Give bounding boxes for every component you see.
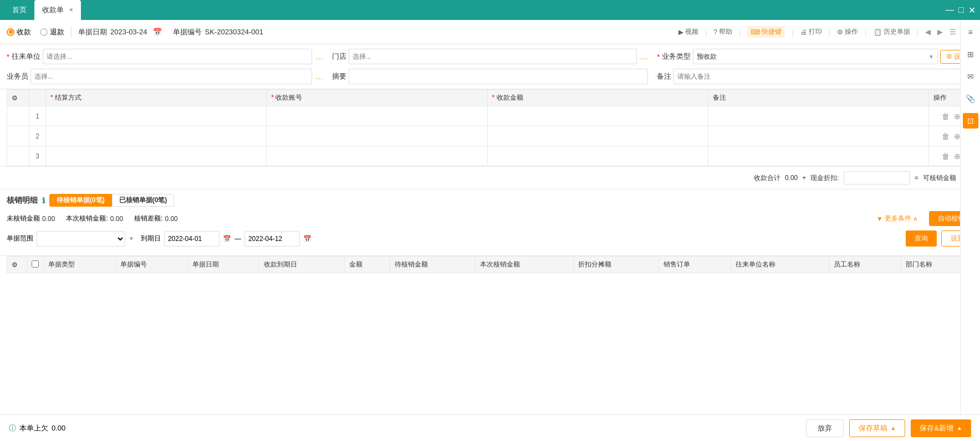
close-icon[interactable]: ✕	[968, 5, 976, 16]
calendar-end-icon[interactable]: 📅	[303, 235, 312, 243]
row1-account[interactable]	[267, 106, 487, 126]
tab-home[interactable]: 首页	[4, 0, 34, 20]
sidebar-icon-4[interactable]: 📎	[963, 91, 978, 106]
counterparty-input[interactable]	[43, 49, 312, 64]
tab-receipt[interactable]: 收款单 ×	[34, 0, 81, 20]
row1-settlement-input[interactable]	[46, 106, 266, 126]
row3-remark[interactable]	[708, 146, 928, 166]
more-conditions[interactable]: ▼ 更多条件 ∧	[876, 214, 918, 223]
row2-copy-icon[interactable]: ⊕	[954, 132, 961, 141]
shortcut-link[interactable]: ⌨ 快捷键	[747, 26, 785, 38]
col-account: * 收款账号	[267, 90, 487, 106]
row2-account[interactable]	[267, 126, 487, 146]
row2-amount-input[interactable]	[488, 126, 708, 146]
row3-delete-icon[interactable]: 🗑	[942, 152, 950, 161]
video-link[interactable]: ▶ 视频	[678, 27, 698, 37]
store-input[interactable]	[349, 49, 637, 64]
row3-amount[interactable]	[487, 146, 708, 166]
sidebar-icon-5[interactable]: ⊡	[963, 113, 978, 129]
total-label: 收款合计	[754, 173, 780, 183]
bottom-col-number: 单据编号	[115, 257, 187, 273]
store-more[interactable]: …	[640, 52, 648, 61]
save-new-button[interactable]: 保存&新增 ▲	[911, 419, 971, 437]
range-select[interactable]	[37, 231, 125, 247]
row3-remark-input[interactable]	[708, 146, 928, 166]
calendar-icon[interactable]: 📅	[153, 28, 162, 36]
view-list-icon[interactable]: ☰	[950, 28, 956, 36]
print-link[interactable]: 🖨 打印	[800, 27, 822, 37]
operation-link[interactable]: ⚙ 操作	[837, 27, 858, 37]
sidebar-icon-1[interactable]: ≡	[963, 24, 978, 40]
tab-pending[interactable]: 待核销单据(0笔)	[49, 194, 112, 207]
tab-close-icon[interactable]: ×	[69, 6, 73, 14]
maximize-icon[interactable]: □	[958, 5, 964, 16]
save-draft-chevron[interactable]: ▲	[891, 425, 896, 431]
help-link[interactable]: ? 帮助	[713, 27, 732, 37]
row2-amount[interactable]	[487, 126, 708, 146]
radio-refund-label: 退款	[50, 27, 64, 37]
info-icon[interactable]: ℹ	[42, 196, 45, 205]
row1-copy-icon[interactable]: ⊕	[954, 112, 961, 121]
row3-settlement-input[interactable]	[46, 146, 266, 166]
row1-delete-icon[interactable]: 🗑	[942, 112, 950, 121]
nav-next[interactable]: ▶	[937, 28, 943, 36]
select-all-checkbox[interactable]	[32, 260, 39, 268]
form-row-1: * 往来单位 … 门店 … * 业务类型 预收款 ▼ ⚙	[7, 49, 973, 64]
nav-prev[interactable]: ◀	[925, 28, 931, 36]
row2-settlement[interactable]	[46, 126, 267, 146]
sidebar-icon-2[interactable]: ⊞	[963, 47, 978, 62]
row1-amount-input[interactable]	[488, 106, 708, 126]
due-date-start-input[interactable]	[164, 231, 220, 247]
footer-label: 本单上欠	[19, 423, 48, 433]
save-draft-button[interactable]: 保存草稿 ▲	[849, 419, 906, 437]
row2-remark[interactable]	[708, 126, 928, 146]
footer-info-icon: ⓘ	[9, 423, 16, 433]
total-value: 0.00	[785, 174, 798, 182]
bottom-col-partner: 往来单位名称	[731, 257, 829, 273]
table-row: 3 🗑 ⊕	[7, 146, 973, 166]
business-type-select[interactable]: 预收款 ▼	[693, 49, 938, 64]
radio-receipt[interactable]: 收款	[7, 27, 31, 37]
date-label: 单据日期	[78, 27, 107, 37]
main-content: 收款 退款 单据日期 2023-03-24 📅 单据编号 SK-20230324…	[0, 20, 980, 441]
row2-settlement-input[interactable]	[46, 126, 266, 146]
row1-settlement[interactable]	[46, 106, 267, 126]
discount-input[interactable]	[844, 171, 910, 184]
row2-remark-input[interactable]	[708, 126, 928, 146]
salesman-more[interactable]: …	[315, 72, 323, 81]
radio-refund[interactable]: 退款	[40, 27, 64, 37]
abstract-label: 摘要	[332, 71, 346, 81]
row-num-1: 1	[29, 106, 46, 126]
due-date-field: 到期日 📅 — 📅	[141, 231, 312, 247]
history-link[interactable]: 📋 历史单据	[874, 27, 910, 37]
row1-remark[interactable]	[708, 106, 928, 126]
minimize-icon[interactable]: —	[945, 5, 954, 16]
calendar-start-icon[interactable]: 📅	[223, 235, 231, 243]
row3-settlement[interactable]	[46, 146, 267, 166]
row1-remark-input[interactable]	[708, 106, 928, 126]
save-new-chevron[interactable]: ▲	[957, 425, 962, 431]
tab-completed[interactable]: 已核销单据(0笔)	[112, 194, 175, 207]
abstract-input[interactable]	[349, 69, 649, 84]
query-button[interactable]: 查询	[906, 230, 937, 247]
row2-delete-icon[interactable]: 🗑	[942, 132, 950, 141]
bottom-table-settings-icon[interactable]: ⚙	[12, 261, 18, 269]
row1-amount[interactable]	[487, 106, 708, 126]
row3-amount-input[interactable]	[488, 146, 708, 166]
store-field: 门店 …	[332, 49, 649, 64]
salesman-input[interactable]	[30, 69, 312, 84]
abandon-button[interactable]: 放弃	[806, 419, 844, 437]
counterparty-more[interactable]: …	[315, 52, 323, 61]
remark-input[interactable]	[673, 69, 973, 84]
business-type-field: * 业务类型 预收款 ▼ ⚙ 设置	[657, 49, 973, 64]
row3-account-input[interactable]	[267, 146, 487, 166]
remark-field: 备注	[657, 69, 973, 84]
row2-account-input[interactable]	[267, 126, 487, 146]
row1-account-input[interactable]	[267, 106, 487, 126]
row3-account[interactable]	[267, 146, 487, 166]
table-settings-icon[interactable]: ⚙	[12, 94, 18, 102]
bottom-col-employee: 员工名称	[829, 257, 901, 273]
sidebar-icon-3[interactable]: ✉	[963, 69, 978, 84]
due-date-end-input[interactable]	[244, 231, 300, 247]
row3-copy-icon[interactable]: ⊕	[954, 152, 961, 161]
